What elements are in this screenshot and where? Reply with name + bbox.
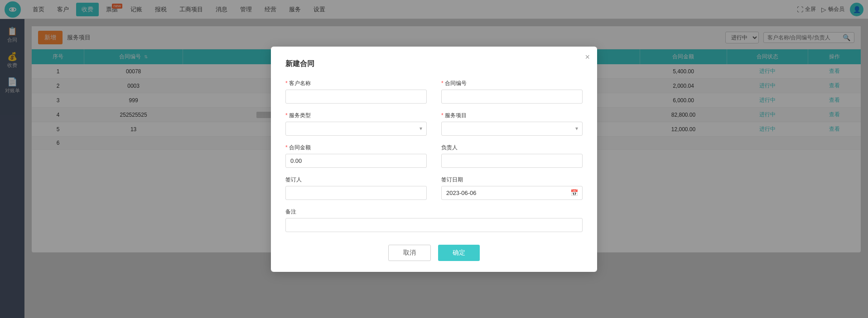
label-service-type: * 服务类型 (285, 112, 427, 119)
input-responsible[interactable] (441, 154, 583, 168)
label-responsible: 负责人 (441, 144, 583, 152)
label-sign-date: 签订日期 (441, 176, 583, 184)
modal: 新建合同 × * 客户名称 * 合同编号 (271, 47, 597, 272)
modal-overlay[interactable]: 新建合同 × * 客户名称 * 合同编号 (0, 0, 868, 318)
label-note: 备注 (285, 208, 583, 216)
field-service-type: * 服务类型 ▾ (285, 112, 427, 136)
field-amount: * 合同金额 (285, 144, 427, 168)
input-amount[interactable] (285, 154, 427, 168)
field-note: 备注 (285, 208, 583, 232)
modal-close-button[interactable]: × (585, 53, 590, 61)
field-responsible: 负责人 (441, 144, 583, 168)
calendar-icon[interactable]: 📅 (570, 189, 578, 196)
required-star-3: * (285, 112, 288, 119)
label-signer: 签订人 (285, 176, 427, 184)
input-signer[interactable] (285, 186, 427, 200)
label-service-item: * 服务项目 (441, 112, 583, 119)
input-contract-no[interactable] (441, 90, 583, 104)
required-star-4: * (441, 112, 444, 119)
select-service-type[interactable] (285, 122, 427, 136)
field-customer-name: * 客户名称 (285, 80, 427, 104)
modal-footer: 取消 确定 (285, 245, 583, 261)
cancel-button[interactable]: 取消 (388, 245, 431, 261)
required-star-2: * (441, 80, 444, 86)
service-type-select-wrap: ▾ (285, 122, 427, 136)
input-customer-name[interactable] (285, 90, 427, 104)
label-customer-name: * 客户名称 (285, 80, 427, 87)
service-item-select-wrap: ▾ (441, 122, 583, 136)
field-service-item: * 服务项目 ▾ (441, 112, 583, 136)
select-service-item[interactable] (441, 122, 583, 136)
modal-title: 新建合同 (285, 59, 583, 69)
field-contract-no: * 合同编号 (441, 80, 583, 104)
confirm-button[interactable]: 确定 (438, 245, 480, 261)
required-star-5: * (285, 144, 288, 151)
input-note[interactable] (285, 218, 583, 232)
label-amount: * 合同金额 (285, 144, 427, 152)
input-sign-date[interactable] (441, 186, 583, 200)
label-contract-no: * 合同编号 (441, 80, 583, 87)
form-grid: * 客户名称 * 合同编号 * 服务类型 (285, 80, 583, 232)
field-sign-date: 签订日期 📅 (441, 176, 583, 200)
field-signer: 签订人 (285, 176, 427, 200)
required-star: * (285, 80, 288, 86)
date-wrap: 📅 (441, 186, 583, 200)
